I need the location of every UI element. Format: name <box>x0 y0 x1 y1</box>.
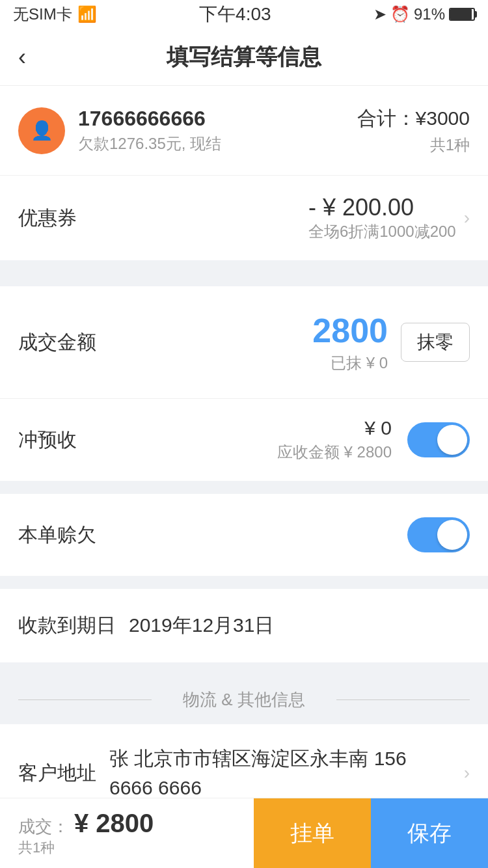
avatar: 👤 <box>18 107 65 154</box>
location-icon: ➤ <box>373 5 386 23</box>
coupon-label: 优惠券 <box>18 205 77 232</box>
chong-right: ¥ 0 应收金额 ¥ 2800 <box>277 417 392 463</box>
back-button[interactable]: ‹ <box>18 44 26 71</box>
divider-line-right <box>336 699 470 700</box>
battery-text: 91% <box>414 5 445 23</box>
amount-sub-text: 已抹 ¥ 0 <box>312 353 388 373</box>
bendan-row: 本单赊欠 <box>0 494 488 576</box>
amount-right-group: 2800 已抹 ¥ 0 <box>312 311 388 373</box>
bottom-bar: 成交： ¥ 2800 共1种 挂单 保存 <box>0 798 488 868</box>
duedate-value: 2019年12月31日 <box>129 612 274 639</box>
chong-prereceipt-row: 冲预收 ¥ 0 应收金额 ¥ 2800 <box>0 398 488 481</box>
page-title: 填写结算等信息 <box>167 42 321 72</box>
amount-section: 成交金额 2800 已抹 ¥ 0 抹零 <box>0 286 488 398</box>
coupon-discount: - ¥ 200.00 <box>308 194 456 221</box>
duedate-label: 收款到期日 <box>18 612 116 639</box>
user-row: 👤 17666666666 欠款1276.35元, 现结 合计：¥3000 共1… <box>0 86 488 176</box>
gray-separator-2 <box>0 481 488 494</box>
wifi-icon: 📶 <box>77 5 97 23</box>
bendan-label: 本单赊欠 <box>18 522 96 549</box>
bottom-summary-amount: ¥ 2800 <box>74 809 154 838</box>
user-debt: 欠款1276.35元, 现结 <box>78 133 221 154</box>
round-zero-button[interactable]: 抹零 <box>401 323 470 362</box>
bottom-summary: 成交： ¥ 2800 共1种 <box>0 809 254 858</box>
coupon-right: - ¥ 200.00 全场6折满1000减200 › <box>308 194 470 242</box>
content-area: 👤 17666666666 欠款1276.35元, 现结 合计：¥3000 共1… <box>0 86 488 868</box>
status-left: 无SIM卡 📶 <box>13 4 97 25</box>
bottom-summary-count: 共1种 <box>18 838 236 858</box>
user-right: 合计：¥3000 共1种 <box>357 105 470 156</box>
chong-receivable: 应收金额 ¥ 2800 <box>277 442 392 463</box>
alarm-icon: ⏰ <box>390 5 410 23</box>
user-info: 17666666666 欠款1276.35元, 现结 <box>78 107 221 154</box>
chong-toggle[interactable] <box>407 422 470 457</box>
coupon-desc: 全场6折满1000减200 <box>308 221 456 242</box>
bendan-toggle[interactable] <box>407 517 470 552</box>
duedate-row: 收款到期日 2019年12月31日 <box>0 589 488 662</box>
user-left: 👤 17666666666 欠款1276.35元, 现结 <box>18 107 221 154</box>
status-bar: 无SIM卡 📶 下午4:03 ➤ ⏰ 91% <box>0 0 488 29</box>
logistics-divider-text: 物流 & 其他信息 <box>183 688 305 711</box>
gray-separator-1 <box>0 273 488 286</box>
address-label: 客户地址 <box>18 760 96 787</box>
user-info-card: 👤 17666666666 欠款1276.35元, 现结 合计：¥3000 共1… <box>0 86 488 260</box>
status-right: ➤ ⏰ 91% <box>373 5 475 23</box>
amount-label: 成交金额 <box>18 329 96 356</box>
amount-row: 成交金额 2800 已抹 ¥ 0 抹零 <box>18 305 470 380</box>
amount-big-value: 2800 <box>312 311 388 350</box>
bottom-summary-label: 成交： <box>18 815 69 838</box>
battery-icon <box>449 8 475 21</box>
chevron-right-icon: › <box>464 208 470 228</box>
address-value: 张 北京市市辖区海淀区永丰南 156 6666 6666 <box>109 744 451 802</box>
chong-amount: ¥ 0 <box>277 417 392 439</box>
sim-text: 无SIM卡 <box>13 4 72 25</box>
status-time: 下午4:03 <box>199 2 271 27</box>
user-count: 共1种 <box>357 135 470 156</box>
nav-bar: ‹ 填写结算等信息 <box>0 29 488 86</box>
avatar-icon: 👤 <box>31 120 53 141</box>
logistics-divider: 物流 & 其他信息 <box>0 675 488 724</box>
hang-order-button[interactable]: 挂单 <box>254 798 371 868</box>
user-phone: 17666666666 <box>78 107 221 131</box>
user-total: 合计：¥3000 <box>357 105 470 132</box>
divider-line-left <box>18 699 152 700</box>
address-chevron-icon: › <box>464 763 470 783</box>
chong-label: 冲预收 <box>18 427 77 454</box>
save-button[interactable]: 保存 <box>371 798 488 868</box>
coupon-row[interactable]: 优惠券 - ¥ 200.00 全场6折满1000减200 › <box>0 176 488 260</box>
amount-value-group: 2800 已抹 ¥ 0 抹零 <box>312 311 470 373</box>
